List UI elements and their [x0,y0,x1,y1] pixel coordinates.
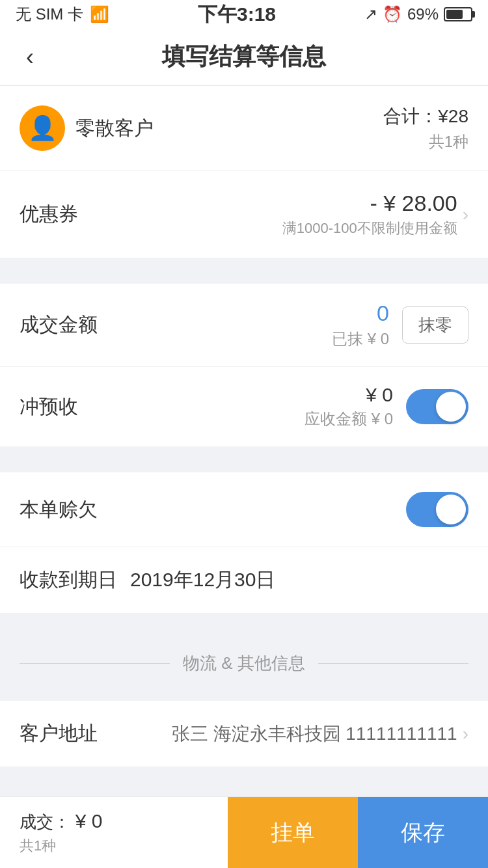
coupon-description: 满1000-100不限制使用金额 [282,219,457,238]
bottom-deal-label: 成交： [20,812,70,832]
battery-percent: 69% [407,5,439,23]
nav-bar: ‹ 填写结算等信息 [0,29,488,86]
due-date-label: 收款到期日 [20,567,117,593]
address-value: 张三 海淀永丰科技园 11111111111 [172,722,457,746]
prepayment-label: 冲预收 [20,394,78,420]
alarm-icon: ⏰ [383,5,402,23]
status-left: 无 SIM 卡 📶 [16,4,109,25]
due-date-row: 收款到期日 2019年12月30日 [0,547,488,613]
debt-label: 本单赊欠 [20,496,98,523]
debt-toggle[interactable] [406,492,468,527]
coupon-discount: - ¥ 28.00 [282,191,457,216]
location-icon: ↗ [364,5,377,23]
back-button[interactable]: ‹ [20,37,40,77]
debt-section: 本单赊欠 收款到期日 2019年12月30日 [0,472,488,613]
divider-1 [0,271,488,284]
customer-section: 👤 零散客户 合计：¥28 共1种 优惠券 - ¥ 28.00 满1000-10… [0,86,488,258]
save-button[interactable]: 保存 [358,797,488,869]
address-label: 客户地址 [20,720,98,747]
coupon-label: 优惠券 [20,201,78,228]
bottom-count: 共1种 [20,836,208,856]
customer-row: 👤 零散客户 合计：¥28 共1种 [0,86,488,170]
transaction-right: 0 已抹 ¥ 0 抹零 [332,301,468,349]
content: 👤 零散客户 合计：¥28 共1种 优惠券 - ¥ 28.00 满1000-10… [0,86,488,868]
receivable-label: 应收金额 ¥ 0 [305,409,393,429]
prepayment-row: 冲预收 ¥ 0 应收金额 ¥ 0 [0,367,488,446]
transaction-section: 成交金额 0 已抹 ¥ 0 抹零 冲预收 ¥ 0 应收金额 ¥ 0 [0,284,488,446]
carrier-text: 无 SIM 卡 [16,4,83,25]
customer-left: 👤 零散客户 [20,105,154,151]
status-time: 下午3:18 [198,1,276,28]
address-right: 张三 海淀永丰科技园 11111111111 › [172,722,468,746]
transaction-row: 成交金额 0 已抹 ¥ 0 抹零 [0,284,488,367]
due-date-value: 2019年12月30日 [130,567,275,593]
already-deducted: 已抹 ¥ 0 [332,329,389,349]
status-bar: 无 SIM 卡 📶 下午3:18 ↗ ⏰ 69% [0,0,488,29]
bottom-bar: 成交： ¥ 0 共1种 挂单 保存 [0,796,488,868]
header-line-right [318,663,468,664]
wifi-icon: 📶 [90,5,109,23]
round-button[interactable]: 抹零 [402,306,468,344]
transaction-value-block: 0 已抹 ¥ 0 [332,301,389,349]
avatar-icon: 👤 [28,115,57,142]
coupon-row[interactable]: 优惠券 - ¥ 28.00 满1000-100不限制使用金额 › [0,170,488,258]
prepayment-toggle[interactable] [406,389,468,424]
header-line-left [20,663,170,664]
nav-title: 填写结算等信息 [162,41,326,73]
total-amount: 合计：¥28 [383,104,468,129]
address-row[interactable]: 客户地址 张三 海淀永丰科技园 11111111111 › [0,701,488,766]
bottom-info: 成交： ¥ 0 共1种 [0,810,228,856]
toggle-knob [436,392,466,422]
bottom-deal-amount: ¥ 0 [75,810,103,832]
status-right: ↗ ⏰ 69% [364,5,472,23]
logistics-label: 物流 & 其他信息 [170,652,318,675]
coupon-value-block: - ¥ 28.00 满1000-100不限制使用金额 [282,191,457,238]
prepayment-amount: ¥ 0 [305,384,393,406]
bottom-deal-line: 成交： ¥ 0 [20,810,208,834]
prepayment-amount-block: ¥ 0 应收金额 ¥ 0 [305,384,393,429]
prepayment-right: ¥ 0 应收金额 ¥ 0 [305,384,468,429]
avatar: 👤 [20,105,65,151]
divider-3 [0,626,488,639]
coupon-right: - ¥ 28.00 满1000-100不限制使用金额 › [282,191,468,238]
coupon-chevron-icon: › [463,204,468,225]
battery-icon [444,7,472,21]
divider-2 [0,459,488,472]
transaction-value: 0 [332,301,389,326]
customer-right: 合计：¥28 共1种 [383,104,468,152]
debt-row: 本单赊欠 [0,472,488,547]
debt-toggle-knob [436,495,466,524]
address-section: 客户地址 张三 海淀永丰科技园 11111111111 › [0,701,488,766]
logistics-section-header: 物流 & 其他信息 [0,639,488,688]
customer-name: 零散客户 [75,115,154,142]
divider-4 [0,688,488,701]
address-chevron-icon: › [463,724,468,744]
total-count: 共1种 [383,131,468,152]
transaction-label: 成交金额 [20,312,98,338]
pending-button[interactable]: 挂单 [228,797,358,869]
